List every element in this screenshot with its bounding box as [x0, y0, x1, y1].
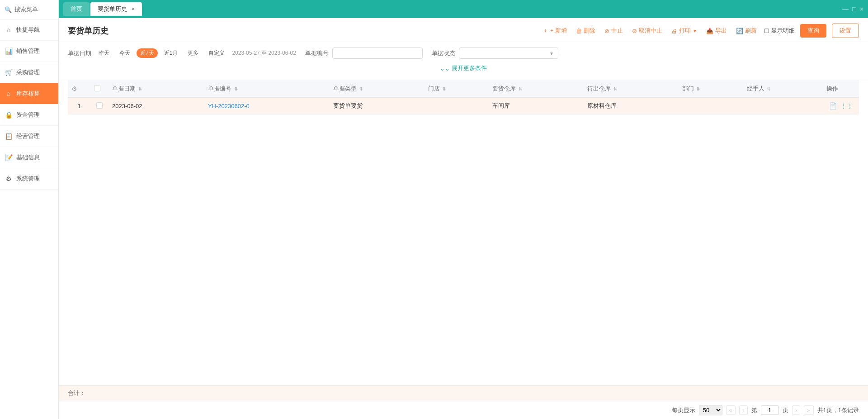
sidebar-item-purchase[interactable]: 🛒 采购管理 — [0, 62, 58, 83]
date-btn-7days[interactable]: 近7天 — [137, 48, 158, 58]
table-row: 1 2023-06-02 YH-20230602-0 要货单要货 — [68, 98, 859, 114]
setting-button[interactable]: 设置 — [832, 24, 859, 38]
filter-area: 单据日期 昨天 今天 近7天 近1月 更多 自定义 2023-05-27 至 2… — [59, 42, 868, 80]
header-actions: ＋ + 新增 🗑 删除 ⊘ 中止 ⊘ 取消中止 🖨 打印 — [541, 24, 859, 38]
sidebar-item-sales[interactable]: 📊 销售管理 — [0, 41, 58, 62]
sidebar-item-label: 销售管理 — [16, 47, 40, 55]
th-department-label: 部门 — [682, 85, 694, 92]
expand-more-button[interactable]: ⌄⌄ 展开更多条件 — [434, 62, 492, 74]
refresh-icon: 🔄 — [736, 28, 743, 34]
print-button[interactable]: 🖨 打印 ▼ — [670, 26, 699, 36]
sidebar-item-label: 资金管理 — [16, 111, 40, 119]
page-input[interactable] — [761, 405, 779, 415]
status-label: 单据状态 — [432, 49, 455, 57]
cancel-stop-label: 取消中止 — [639, 27, 662, 35]
doc-no-link[interactable]: YH-20230602-0 — [208, 103, 250, 110]
doc-no-input[interactable] — [332, 48, 423, 59]
table-footer: 合计： — [59, 385, 868, 401]
sort-icon-store[interactable]: ⇅ — [442, 86, 446, 91]
tab-active-label: 要货单历史 — [98, 5, 127, 13]
sort-icon-department[interactable]: ⇅ — [696, 86, 700, 91]
sidebar-item-operations[interactable]: 📋 经营管理 — [0, 126, 58, 147]
prev-page-button[interactable]: ‹ — [739, 405, 747, 415]
tab-home[interactable]: 首页 — [63, 2, 90, 16]
delete-button[interactable]: 🗑 删除 — [574, 26, 597, 36]
tab-close-icon[interactable]: × — [132, 6, 135, 12]
total-info: 共1页，1条记录 — [817, 406, 859, 414]
th-doc-type-label: 单据类型 — [333, 85, 357, 92]
export-button[interactable]: 📤 导出 — [704, 26, 729, 36]
sidebar-item-inventory[interactable]: ⌂ 库存核算 — [0, 83, 58, 105]
tab-home-label: 首页 — [71, 5, 82, 13]
cell-index: 1 — [68, 98, 90, 114]
row-doc-type: 要货单要货 — [333, 102, 363, 109]
edit-icon[interactable]: 📄 — [829, 102, 837, 110]
finance-icon: 🔒 — [5, 111, 13, 119]
more-ops-icon[interactable]: ⋮⋮ — [840, 102, 853, 110]
sort-icon-date[interactable]: ⇅ — [138, 86, 142, 91]
display-detail-toggle[interactable]: ☐ 显示明细 — [764, 27, 795, 35]
next-page-button[interactable]: › — [792, 405, 800, 415]
print-icon: 🖨 — [671, 28, 677, 34]
per-page-label: 每页显示 — [672, 406, 695, 414]
sidebar-item-basic[interactable]: 📝 基础信息 — [0, 147, 58, 168]
tab-active[interactable]: 要货单历史 × — [90, 2, 142, 16]
sales-icon: 📊 — [5, 48, 13, 55]
add-label: + 新增 — [550, 27, 567, 35]
sidebar-item-quick-nav[interactable]: ⌂ 快捷导航 — [0, 19, 58, 41]
export-icon: 📤 — [706, 28, 713, 34]
sidebar-item-label: 系统管理 — [16, 175, 40, 183]
date-btn-1month[interactable]: 近1月 — [160, 48, 182, 58]
doc-no-label: 单据编号 — [305, 49, 329, 57]
sort-icon-handler[interactable]: ⇅ — [767, 86, 770, 91]
stop-button[interactable]: ⊘ 中止 — [603, 26, 625, 36]
stop-label: 中止 — [611, 27, 623, 35]
query-button[interactable]: 查询 — [800, 24, 826, 38]
display-detail-label: 显示明细 — [771, 27, 795, 35]
status-select[interactable] — [459, 48, 558, 59]
window-maximize-icon[interactable]: □ — [852, 5, 856, 13]
expand-row: ⌄⌄ 展开更多条件 — [68, 62, 859, 74]
date-btn-yesterday[interactable]: 昨天 — [95, 48, 113, 58]
last-page-button[interactable]: » — [804, 405, 813, 415]
th-settings[interactable]: ⚙ — [68, 80, 90, 98]
th-date-label: 单据日期 — [112, 85, 136, 92]
date-filter-options: 昨天 今天 近7天 近1月 更多 自定义 — [95, 48, 228, 58]
window-close-icon[interactable]: × — [860, 5, 863, 13]
window-minimize-icon[interactable]: — — [842, 5, 849, 13]
date-btn-custom[interactable]: 自定义 — [205, 48, 228, 58]
filter-row-1: 单据日期 昨天 今天 近7天 近1月 更多 自定义 2023-05-27 至 2… — [68, 48, 859, 59]
sidebar-item-label: 库存核算 — [16, 90, 40, 98]
export-label: 导出 — [715, 27, 727, 35]
date-btn-today[interactable]: 今天 — [116, 48, 134, 58]
sidebar-item-finance[interactable]: 🔒 资金管理 — [0, 105, 58, 126]
system-icon: ⚙ — [5, 175, 13, 182]
cancel-stop-button[interactable]: ⊘ 取消中止 — [630, 26, 664, 36]
date-btn-more[interactable]: 更多 — [184, 48, 202, 58]
add-button[interactable]: ＋ + 新增 — [541, 26, 569, 36]
sidebar-item-label: 经营管理 — [16, 132, 40, 140]
th-department: 部门 ⇅ — [679, 80, 743, 98]
refresh-button[interactable]: 🔄 刷新 — [734, 26, 759, 36]
sort-icon-doc-type[interactable]: ⇅ — [359, 86, 363, 91]
sort-icon-req-warehouse[interactable]: ⇅ — [519, 86, 522, 91]
sidebar-search[interactable]: 🔍 搜索菜单 — [0, 0, 58, 19]
sidebar-item-label: 基础信息 — [16, 153, 40, 162]
per-page-select[interactable]: 20 50 100 — [699, 405, 722, 415]
sidebar-item-label: 快捷导航 — [16, 26, 40, 34]
sidebar-item-system[interactable]: ⚙ 系统管理 — [0, 168, 58, 190]
add-icon: ＋ — [542, 27, 548, 35]
header-checkbox[interactable] — [94, 85, 100, 91]
cell-operations: 📄 ⋮⋮ — [823, 98, 859, 114]
sort-icon-pending-warehouse[interactable]: ⇅ — [613, 86, 617, 91]
sidebar: 🔍 搜索菜单 ⌂ 快捷导航 📊 销售管理 🛒 采购管理 ⌂ 库存核算 🔒 资金管… — [0, 0, 59, 419]
table-header-row: ⚙ 单据日期 ⇅ 单据编号 ⇅ — [68, 80, 859, 98]
row-checkbox[interactable] — [96, 102, 103, 109]
th-check — [90, 80, 108, 98]
sort-icon-doc-no[interactable]: ⇅ — [234, 86, 238, 91]
th-pending-warehouse: 待出仓库 ⇅ — [584, 80, 679, 98]
first-page-button[interactable]: « — [726, 405, 736, 415]
cell-date: 2023-06-02 — [108, 98, 204, 114]
th-store-label: 门店 — [428, 85, 440, 92]
stop-icon: ⊘ — [604, 28, 609, 34]
